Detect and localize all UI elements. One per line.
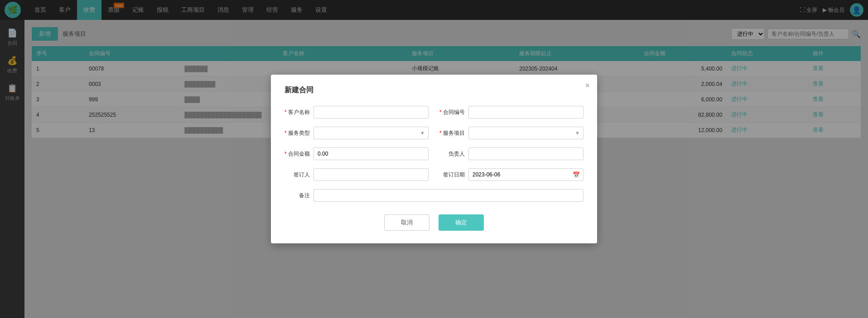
modal-overlay: 新建合同 × 客户名称 合同编号 服务类型 ▼ 服务项目: [0, 0, 868, 318]
calendar-icon[interactable]: 📅: [573, 171, 580, 178]
sign-date-wrap: 📅: [468, 168, 583, 181]
service-type-field: 服务类型 ▼: [285, 127, 429, 139]
service-item-select[interactable]: [468, 127, 583, 139]
contract-no-input[interactable]: [468, 106, 583, 119]
form-row-4: 签订人 签订日期 📅: [285, 168, 583, 181]
remark-label: 备注: [285, 192, 310, 199]
form-row-2: 服务类型 ▼ 服务项目 ▼: [285, 127, 583, 139]
form-row-1: 客户名称 合同编号: [285, 106, 583, 119]
amount-field: 合同金额: [285, 147, 429, 160]
signer-field: 签订人: [285, 168, 429, 181]
service-type-select[interactable]: [313, 127, 429, 139]
sign-date-field: 签订日期 📅: [439, 168, 583, 181]
contract-no-field: 合同编号: [439, 106, 583, 119]
signer-label: 签订人: [285, 171, 310, 179]
sign-date-label: 签订日期: [439, 171, 465, 179]
remark-input[interactable]: [313, 189, 583, 202]
service-type-label: 服务类型: [285, 129, 310, 137]
service-item-label: 服务项目: [439, 129, 465, 137]
amount-label: 合同金额: [285, 150, 310, 158]
amount-input[interactable]: [313, 147, 429, 160]
modal-close-button[interactable]: ×: [585, 81, 590, 90]
service-type-select-wrap: ▼: [313, 127, 429, 139]
remark-field: 备注: [285, 189, 583, 202]
signer-input[interactable]: [313, 168, 429, 181]
responsible-field: 负责人: [439, 147, 583, 160]
responsible-label: 负责人: [439, 150, 465, 158]
modal-title: 新建合同: [285, 85, 583, 95]
responsible-input[interactable]: [468, 147, 583, 160]
new-contract-modal: 新建合同 × 客户名称 合同编号 服务类型 ▼ 服务项目: [271, 75, 597, 243]
form-row-5: 备注: [285, 189, 583, 202]
service-item-select-wrap: ▼: [468, 127, 583, 139]
sign-date-input[interactable]: [468, 168, 583, 181]
modal-footer: 取消 确定: [285, 214, 583, 231]
contract-no-label: 合同编号: [439, 109, 465, 116]
customer-name-field: 客户名称: [285, 106, 429, 119]
form-row-3: 合同金额 负责人: [285, 147, 583, 160]
confirm-button[interactable]: 确定: [439, 214, 484, 231]
customer-name-input[interactable]: [313, 106, 429, 119]
customer-name-label: 客户名称: [285, 109, 310, 116]
cancel-button[interactable]: 取消: [384, 214, 429, 231]
service-item-field: 服务项目 ▼: [439, 127, 583, 139]
